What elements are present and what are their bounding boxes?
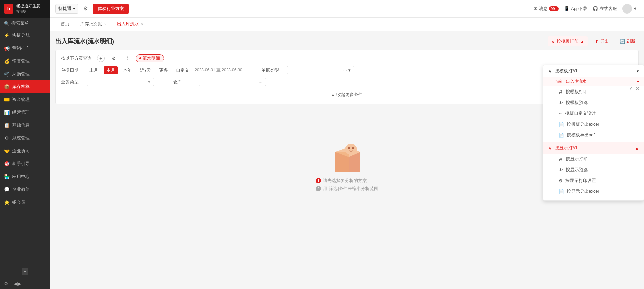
display-preview-item[interactable]: 👁 按显示预览 [543,164,644,175]
inventory-icon: 📦 [4,84,9,89]
template-preview-label: 按模板预览 [566,100,588,106]
dropdown-expand-btn[interactable]: ⤢ [629,85,633,91]
date-btn-last-month[interactable]: 上月 [87,66,101,74]
sidebar-item-label: 销售管理 [12,58,30,64]
page-header: 出入库流水(流水明细) 🖨 按模板打印 ▲ ⬆ 导出 🔄 刷新 [55,36,639,46]
print-icon: 🖨 [559,89,563,95]
sidebar-item-marketing[interactable]: 📢 营销推广 [0,42,50,55]
date-range-display: 2023-06-01 至 2023-06-30 [195,67,242,73]
display-export-pdf-item[interactable]: 📄 按显示导出pdf [543,197,644,200]
template-export-pdf-label: 按模板导出pdf [567,132,595,138]
warehouse-input[interactable]: ··· [199,78,266,86]
date-btn-last7[interactable]: 近7天 [137,66,154,74]
sidebar-scroll-down[interactable]: ▼ [22,268,28,275]
template-export-pdf-item[interactable]: 📄 按模板导出pdf [543,130,644,140]
sidebar-item-label: 库存核算 [12,84,30,90]
dropdown-close-btn[interactable]: ✕ [635,85,640,92]
template-export-excel-item[interactable]: 📄 按模板导出excel [543,119,644,130]
current-label: 当前：出入库流水 [554,79,586,84]
sidebar-item-inventory[interactable]: 📦 库存核算 [0,80,50,93]
filter-tag-label: 流水明细 [143,55,160,61]
system-icon: ⚙ [4,135,9,141]
display-export-excel-item[interactable]: 📄 按显示导出excel [543,186,644,197]
svg-point-3 [345,144,357,155]
logo-icon: b [4,4,13,14]
sidebar-item-member[interactable]: ⭐ 畅会员 [0,196,50,209]
dropdown-divider-1 [543,141,644,141]
tab-inventory-batch-label: 库存批次账 [80,21,102,27]
app-download-label: App下载 [571,6,587,12]
sidebar-item-sales[interactable]: 💰 销售管理 [0,55,50,68]
date-btn-custom[interactable]: 自定义 [173,66,192,74]
search-icon: 🔍 [4,21,9,26]
header-left: 畅捷通 ▾ ⚙ 体验行业方案 [55,4,530,14]
online-service-btn[interactable]: 🎧 在线客服 [593,6,617,12]
sidebar-item-quick-nav[interactable]: ⚡ 快捷导航 [0,29,50,42]
sidebar-item-purchase[interactable]: 🛒 采购管理 [0,68,50,80]
export-btn[interactable]: ⬆ 导出 [592,36,612,46]
sidebar-item-appstore[interactable]: 🏪 应用中心 [0,170,50,183]
app-download-btn[interactable]: 📱 App下载 [564,6,587,12]
company-dropdown[interactable]: 畅捷通 ▾ [55,4,78,14]
date-btn-more[interactable]: 更多 [156,66,171,74]
warehouse-more-btn[interactable]: ··· [259,79,262,84]
refresh-btn[interactable]: 🔄 刷新 [616,36,639,46]
settings-bottom-icon[interactable]: ⚙ [4,281,8,286]
date-filter: 上月 本月 本年 近7天 更多 自定义 2023-06-01 至 2023-06… [87,66,242,74]
wechat-icon: 💬 [4,187,9,192]
tab-inventory-flow[interactable]: 出入库流水 × [112,18,148,30]
sidebar-item-system[interactable]: ⚙ 系统管理 [0,132,50,144]
sidebar-item-basic[interactable]: 📋 基础信息 [0,119,50,132]
basic-icon: 📋 [4,123,9,128]
current-template-item[interactable]: 当前：出入库流水 ▾ [543,77,644,86]
template-design-item[interactable]: ✏ 模板自定义设计 [543,108,644,119]
sidebar-item-label: 畅会员 [12,199,25,205]
filter-tag-liushuimingxi[interactable]: 流水明细 [136,54,164,62]
sidebar-item-label: 营销推广 [12,45,30,51]
sidebar-bottom: ⚙ ◀▶ [0,278,50,289]
doc-type-input[interactable]: ··· ▾ [287,66,354,74]
tab-inventory-batch[interactable]: 库存批次账 × [75,18,112,30]
message-btn[interactable]: ✉ 消息 99+ [534,6,559,12]
filter-settings-btn[interactable]: ⚙ [110,55,117,62]
sidebar-item-operation[interactable]: 📊 经营管理 [0,106,50,119]
display-print-settings-item[interactable]: ⚙ 按显示打印设置 [543,175,644,186]
date-btn-this-year[interactable]: 本年 [120,66,135,74]
sidebar-search[interactable]: 🔍 搜索菜单 [0,18,50,29]
headset-icon: 🎧 [593,6,598,11]
tab-inventory-batch-close[interactable]: × [104,22,106,26]
tab-inventory-flow-close[interactable]: × [141,22,143,26]
top-header: 畅捷通 ▾ ⚙ 体验行业方案 ✉ 消息 99+ 📱 App下载 🎧 在线客服 [50,0,644,18]
filter-tag-dot [139,57,141,59]
empty-svg [327,138,371,176]
sidebar-item-finance[interactable]: 💳 资金管理 [0,93,50,106]
biz-type-select[interactable]: ▾ [87,78,154,86]
template-print-section-header[interactable]: 🖨 按模板打印 ▾ [543,65,644,77]
display-print-section-header[interactable]: 🖨 按显示打印 ▲ [543,142,644,154]
sidebar-item-label: 新手引导 [12,161,30,167]
chevron-down-icon: ▾ [348,68,351,73]
date-btn-this-month[interactable]: 本月 [104,66,118,74]
display-preview-icon: 👁 [559,167,563,173]
collapse-sidebar-icon[interactable]: ◀▶ [14,281,21,286]
template-print-btn[interactable]: 🖨 按模板打印 ▲ [548,36,588,46]
sidebar-item-wechat[interactable]: 💬 企业微信 [0,183,50,196]
filter-collapse-btn[interactable]: 《 [123,55,130,62]
sidebar-item-coop[interactable]: 🤝 企业协同 [0,144,50,157]
sidebar-item-guide[interactable]: 🎯 新手引导 [0,157,50,170]
display-print-item[interactable]: 🖨 按显示打印 [543,154,644,164]
tab-home[interactable]: 首页 [55,18,75,30]
template-preview-item[interactable]: 👁 按模板预览 [543,97,644,108]
sidebar-nav: ⚡ 快捷导航 📢 营销推广 💰 销售管理 🛒 采购管理 📦 库存核算 💳 资金管… [0,29,50,267]
industry-btn[interactable]: 体验行业方案 [93,4,129,14]
header-settings-btn[interactable]: ⚙ [81,4,90,14]
display-export-excel-label: 按显示导出excel [567,188,599,194]
excel-icon: 📄 [559,122,564,127]
filter-add-btn[interactable]: + [97,55,105,62]
user-avatar-btn[interactable]: Rit [622,4,639,14]
tab-home-label: 首页 [61,21,69,27]
sales-icon: 💰 [4,58,9,64]
filter-row-1: 按以下方案查询 + ⚙ 《 流水明细 [61,54,633,62]
doc-type-more-btn[interactable]: ··· [343,68,347,73]
search-scheme-label: 按以下方案查询 [61,55,92,61]
